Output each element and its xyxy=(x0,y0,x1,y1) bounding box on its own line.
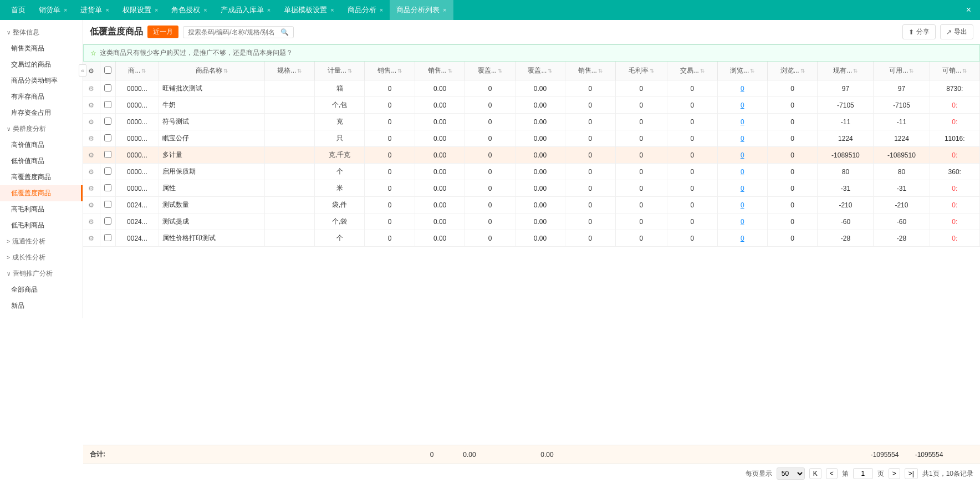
nav-product-analysis-list[interactable]: 商品分析列表 × xyxy=(390,0,453,20)
row-select-checkbox[interactable] xyxy=(104,167,111,175)
col-browse2[interactable]: 浏览...⇅ xyxy=(767,62,817,80)
sort-gross-margin-icon[interactable]: ⇅ xyxy=(650,68,654,74)
close-permission-icon[interactable]: × xyxy=(155,7,158,13)
row-gear[interactable]: ⚙ xyxy=(83,213,100,230)
sort-coverage1-icon[interactable]: ⇅ xyxy=(498,68,502,74)
first-page-button[interactable]: K xyxy=(809,468,821,479)
sidebar-item-high-value[interactable]: 高价值商品 xyxy=(0,137,83,153)
close-role-auth-icon[interactable]: × xyxy=(203,7,207,13)
row-browse1[interactable]: 0 xyxy=(717,197,767,213)
close-product-analysis-list-icon[interactable]: × xyxy=(443,7,446,13)
nav-role-auth[interactable]: 角色授权 × xyxy=(165,0,213,20)
sort-sales-qty-icon[interactable]: ⇅ xyxy=(397,68,402,74)
row-checkbox[interactable] xyxy=(100,130,115,147)
row-gear[interactable]: ⚙ xyxy=(83,197,100,213)
row-gear[interactable]: ⚙ xyxy=(83,97,100,114)
sort-saleable-icon[interactable]: ⇅ xyxy=(962,68,967,74)
period-button[interactable]: 近一月 xyxy=(147,26,178,38)
row-browse1[interactable]: 0 xyxy=(717,230,767,247)
sidebar-item-category-activity[interactable]: 商品分类动销率 xyxy=(0,73,83,89)
row-select-checkbox[interactable] xyxy=(104,201,111,208)
search-box[interactable]: 🔍 xyxy=(183,26,294,38)
row-gear[interactable]: ⚙ xyxy=(83,130,100,147)
col-sales3[interactable]: 销售...⇅ xyxy=(565,62,615,80)
row-gear[interactable]: ⚙ xyxy=(83,80,100,97)
sidebar-section-marketing[interactable]: ∨ 营销推广分析 xyxy=(0,266,83,282)
col-sales-amt[interactable]: 销售...⇅ xyxy=(415,62,465,80)
share-button[interactable]: ⬆ 分享 xyxy=(902,24,936,39)
nav-sales-order[interactable]: 销货单 × xyxy=(32,0,74,20)
row-select-checkbox[interactable] xyxy=(104,134,111,141)
col-gross-margin[interactable]: 毛利率⇅ xyxy=(615,62,667,80)
select-all-checkbox[interactable] xyxy=(104,67,111,74)
sidebar-item-sales-goods[interactable]: 销售类商品 xyxy=(0,40,83,57)
col-sales-qty[interactable]: 销售...⇅ xyxy=(365,62,415,80)
close-sales-order-icon[interactable]: × xyxy=(64,7,67,13)
sidebar-section-circulation[interactable]: > 流通性分析 xyxy=(0,233,83,250)
col-coverage1[interactable]: 覆盖...⇅ xyxy=(465,62,515,80)
sidebar-item-low-coverage[interactable]: 低覆盖度商品 xyxy=(0,185,83,201)
sort-browse1-icon[interactable]: ⇅ xyxy=(750,68,754,74)
page-size-select[interactable]: 50 10 20 100 xyxy=(777,467,805,480)
row-checkbox[interactable] xyxy=(100,80,115,97)
sidebar-item-stocked-goods[interactable]: 有库存商品 xyxy=(0,89,83,105)
col-code[interactable]: 商...⇅ xyxy=(115,62,159,80)
sort-code-icon[interactable]: ⇅ xyxy=(141,68,146,74)
row-checkbox[interactable] xyxy=(100,230,115,247)
prev-page-button[interactable]: < xyxy=(826,468,838,479)
close-purchase-order-icon[interactable]: × xyxy=(105,7,109,13)
close-product-warehousing-icon[interactable]: × xyxy=(267,7,270,13)
row-select-checkbox[interactable] xyxy=(104,84,111,91)
row-browse1[interactable]: 0 xyxy=(717,164,767,180)
row-browse1[interactable]: 0 xyxy=(717,97,767,114)
table-container[interactable]: ⚙ 商...⇅ 商品名称⇅ 规格...⇅ 计量...⇅ 销售...⇅ 销售...… xyxy=(83,62,980,445)
sidebar-item-high-margin[interactable]: 高毛利商品 xyxy=(0,201,83,217)
sidebar-section-cluster[interactable]: ∨ 类群度分析 xyxy=(0,121,83,137)
col-coverage2[interactable]: 覆盖...⇅ xyxy=(515,62,565,80)
row-browse1[interactable]: 0 xyxy=(717,80,767,97)
row-gear[interactable]: ⚙ xyxy=(83,164,100,180)
sidebar-section-overall[interactable]: ∨ 整体信息 xyxy=(0,24,83,40)
nav-permission[interactable]: 权限设置 × xyxy=(116,0,165,20)
export-button[interactable]: ↗ 导出 xyxy=(940,24,973,39)
close-product-analysis-icon[interactable]: × xyxy=(380,7,383,13)
sidebar-item-all-goods[interactable]: 全部商品 xyxy=(0,282,83,298)
nav-home[interactable]: 首页 xyxy=(4,0,32,20)
row-browse1[interactable]: 0 xyxy=(717,130,767,147)
row-gear[interactable]: ⚙ xyxy=(83,230,100,247)
col-unit[interactable]: 计量...⇅ xyxy=(315,62,365,80)
search-input[interactable] xyxy=(188,28,278,36)
row-checkbox[interactable] xyxy=(100,164,115,180)
row-gear[interactable]: ⚙ xyxy=(83,180,100,197)
last-page-button[interactable]: >| xyxy=(905,468,918,479)
col-spec[interactable]: 规格...⇅ xyxy=(264,62,314,80)
row-browse1[interactable]: 0 xyxy=(717,213,767,230)
sort-coverage2-icon[interactable]: ⇅ xyxy=(548,68,552,74)
row-gear[interactable]: ⚙ xyxy=(83,114,100,130)
col-name[interactable]: 商品名称⇅ xyxy=(159,62,264,80)
current-page-input[interactable] xyxy=(853,468,873,479)
sidebar-item-high-coverage[interactable]: 高覆盖度商品 xyxy=(0,169,83,185)
col-browse1[interactable]: 浏览...⇅ xyxy=(717,62,767,80)
sidebar-item-new-goods[interactable]: 新品 xyxy=(0,298,83,314)
row-checkbox[interactable] xyxy=(100,213,115,230)
sort-current-stock-icon[interactable]: ⇅ xyxy=(853,68,858,74)
row-checkbox[interactable] xyxy=(100,180,115,197)
row-checkbox[interactable] xyxy=(100,147,115,164)
search-icon[interactable]: 🔍 xyxy=(280,28,289,36)
sort-sales-amt-icon[interactable]: ⇅ xyxy=(448,68,452,74)
row-browse1[interactable]: 0 xyxy=(717,114,767,130)
sidebar-section-growth[interactable]: > 成长性分析 xyxy=(0,250,83,266)
col-transaction[interactable]: 交易...⇅ xyxy=(667,62,717,80)
col-saleable[interactable]: 可销...⇅ xyxy=(930,62,980,80)
row-checkbox[interactable] xyxy=(100,114,115,130)
sidebar-item-low-margin[interactable]: 低毛利商品 xyxy=(0,217,83,233)
sidebar-item-low-value[interactable]: 低价值商品 xyxy=(0,153,83,169)
row-checkbox[interactable] xyxy=(100,197,115,213)
col-available[interactable]: 可用...⇅ xyxy=(874,62,930,80)
row-browse1[interactable]: 0 xyxy=(717,147,767,164)
nav-close-all-button[interactable]: × xyxy=(962,5,976,15)
sort-transaction-icon[interactable]: ⇅ xyxy=(700,68,705,74)
sort-available-icon[interactable]: ⇅ xyxy=(909,68,913,74)
next-page-button[interactable]: > xyxy=(889,468,900,479)
